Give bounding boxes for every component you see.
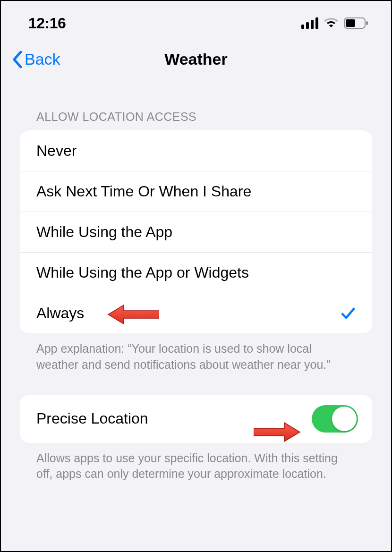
location-access-group: Never Ask Next Time Or When I Share Whil… <box>20 130 372 333</box>
option-label: Never <box>36 142 77 160</box>
status-bar: 12:16 <box>1 1 391 37</box>
svg-rect-3 <box>315 17 318 29</box>
location-access-header: ALLOW LOCATION ACCESS <box>20 110 372 130</box>
status-time: 12:16 <box>28 15 66 32</box>
battery-icon <box>344 17 368 29</box>
status-icons <box>301 17 368 29</box>
location-option-while-using[interactable]: While Using the App <box>20 212 372 252</box>
location-access-footer: App explanation: “Your location is used … <box>20 333 372 373</box>
svg-rect-5 <box>346 19 355 27</box>
option-label: While Using the App or Widgets <box>36 264 249 281</box>
location-option-always[interactable]: Always <box>20 293 372 333</box>
cellular-icon <box>301 17 318 29</box>
svg-rect-6 <box>366 21 368 25</box>
option-label: While Using the App <box>36 223 172 241</box>
precise-location-group: Precise Location <box>20 395 372 443</box>
precise-location-footer: Allows apps to use your specific locatio… <box>20 443 372 483</box>
back-label: Back <box>25 50 60 68</box>
svg-rect-0 <box>301 25 304 29</box>
option-label: Ask Next Time Or When I Share <box>36 183 251 200</box>
chevron-left-icon <box>12 51 23 68</box>
option-label: Always <box>36 305 84 322</box>
back-button[interactable]: Back <box>12 50 60 68</box>
checkmark-icon <box>341 306 356 321</box>
location-option-while-using-widgets[interactable]: While Using the App or Widgets <box>20 252 372 293</box>
page-title: Weather <box>164 50 228 68</box>
svg-rect-2 <box>311 20 314 29</box>
precise-location-row: Precise Location <box>20 395 372 443</box>
location-option-never[interactable]: Never <box>20 130 372 171</box>
wifi-icon <box>324 18 338 28</box>
svg-rect-1 <box>306 22 309 29</box>
location-option-ask[interactable]: Ask Next Time Or When I Share <box>20 171 372 212</box>
precise-location-toggle[interactable] <box>312 405 358 433</box>
precise-location-label: Precise Location <box>36 410 148 427</box>
toggle-knob <box>332 407 357 431</box>
nav-bar: Back Weather <box>1 37 391 82</box>
